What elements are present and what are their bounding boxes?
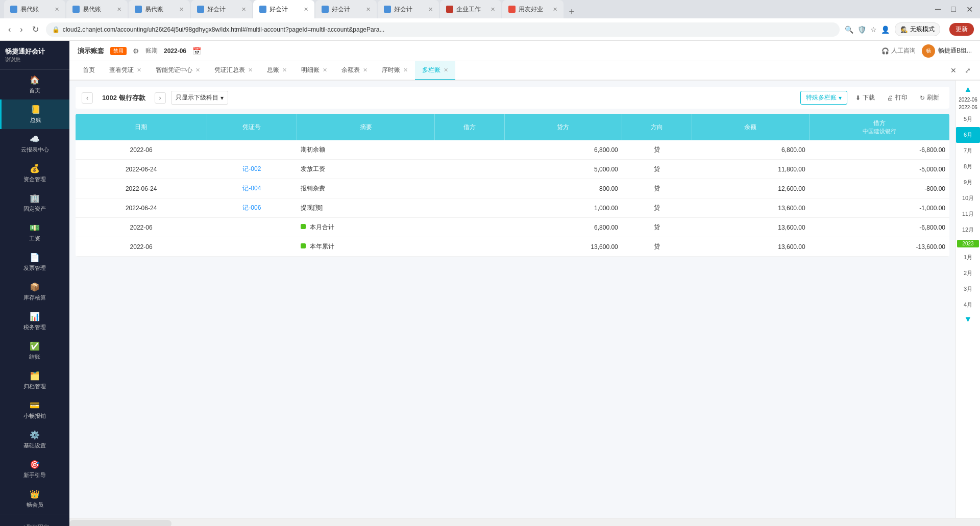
cal-month-8[interactable]: 8月 bbox=[956, 159, 980, 174]
tab-voucher-summary[interactable]: 凭证汇总表 ✕ bbox=[207, 61, 260, 80]
sidebar-item-settings[interactable]: ⚙️ 基础设置 bbox=[0, 425, 69, 455]
tab-close-4[interactable]: ✕ bbox=[241, 6, 246, 13]
user-info[interactable]: 畅 畅捷通B组... bbox=[922, 44, 972, 58]
back-button[interactable]: ‹ bbox=[6, 23, 13, 36]
browser-tab-3[interactable]: 易代账 ✕ bbox=[129, 0, 190, 18]
sidebar-item-close-account[interactable]: ✅ 结账 bbox=[0, 336, 69, 366]
calendar-icon[interactable]: 📅 bbox=[192, 47, 201, 55]
tab-view-voucher[interactable]: 查看凭证 ✕ bbox=[102, 61, 149, 80]
next-account-button[interactable]: › bbox=[155, 92, 166, 104]
tab-close-multi[interactable]: ✕ bbox=[444, 67, 448, 73]
tab-close-balance[interactable]: ✕ bbox=[363, 67, 368, 73]
minimize-button[interactable]: ─ bbox=[932, 5, 944, 14]
tab-close-detail[interactable]: ✕ bbox=[323, 67, 327, 73]
cal-month-11[interactable]: 11月 bbox=[956, 206, 980, 222]
cell-voucher-2[interactable]: 记-002 bbox=[207, 160, 297, 179]
tab-close-2[interactable]: ✕ bbox=[117, 6, 121, 13]
browser-tab-6[interactable]: 好会计 ✕ bbox=[315, 0, 377, 18]
tab-collapse-button[interactable]: ✕ bbox=[947, 66, 960, 74]
print-button[interactable]: 🖨 打印 bbox=[883, 91, 912, 104]
tab-general-ledger[interactable]: 总账 ✕ bbox=[260, 61, 294, 80]
cal-month-7[interactable]: 7月 bbox=[956, 143, 980, 159]
extension-icon[interactable]: 🛡️ bbox=[857, 26, 866, 34]
refresh-nav-button[interactable]: ↻ bbox=[30, 22, 41, 36]
tab-detail-ledger[interactable]: 明细账 ✕ bbox=[294, 61, 334, 80]
tab-close-sequential[interactable]: ✕ bbox=[403, 67, 408, 73]
cal-month-5[interactable]: 5月 bbox=[956, 111, 980, 127]
gear-settings-icon[interactable]: ⚙ bbox=[133, 47, 139, 55]
sidebar-item-fund[interactable]: 💰 资金管理 bbox=[0, 159, 69, 188]
sidebar-item-guide[interactable]: 🎯 新手引导 bbox=[0, 455, 69, 484]
tab-close-1[interactable]: ✕ bbox=[55, 6, 59, 13]
consult-button[interactable]: 🎧 人工咨询 bbox=[881, 46, 916, 55]
sidebar-item-expense[interactable]: 💳 小畅报销 bbox=[0, 395, 69, 425]
horizontal-scrollbar-area[interactable] bbox=[69, 518, 980, 526]
tab-smart-voucher[interactable]: 智能凭证中心 ✕ bbox=[149, 61, 207, 80]
browser-tab-8[interactable]: 企业工作 ✕ bbox=[440, 0, 501, 18]
sidebar-item-cloud-report[interactable]: ☁️ 云报表中心 bbox=[0, 129, 69, 159]
search-icon[interactable]: 🔍 bbox=[845, 26, 853, 34]
sidebar-item-member[interactable]: 👑 畅会员 bbox=[0, 484, 69, 514]
tab-sequential[interactable]: 序时账 ✕ bbox=[375, 61, 415, 80]
cal-month-12[interactable]: 12月 bbox=[956, 222, 980, 238]
browser-tab-1[interactable]: 易代账 ✕ bbox=[4, 0, 65, 18]
tab-expand-button[interactable]: ⤢ bbox=[962, 66, 974, 74]
sidebar-item-ledger[interactable]: 📒 总账 bbox=[0, 99, 69, 129]
sidebar-item-invoice[interactable]: 📄 发票管理 bbox=[0, 247, 69, 277]
tab-home[interactable]: 首页 bbox=[76, 61, 102, 80]
browser-tab-5[interactable]: 好会计 ✕ bbox=[253, 0, 314, 18]
bookmark-icon[interactable]: ☆ bbox=[870, 26, 877, 34]
browser-tab-2[interactable]: 易代账 ✕ bbox=[66, 0, 128, 18]
forward-button[interactable]: › bbox=[18, 23, 24, 36]
tab-close-view-voucher[interactable]: ✕ bbox=[137, 67, 141, 73]
app-layout: 畅捷通好会计 谢谢您 🏠 首页 📒 总账 ☁️ 云报表中心 💰 资金管理 🏢 固… bbox=[0, 41, 980, 526]
refresh-button[interactable]: ↻ 刷新 bbox=[916, 91, 943, 104]
cal-2023-month-3[interactable]: 3月 bbox=[956, 281, 980, 297]
sidebar-item-home[interactable]: 🏠 首页 bbox=[0, 70, 69, 99]
cal-month-6[interactable]: 6月 bbox=[956, 127, 980, 143]
browser-tab-7[interactable]: 好会计 ✕ bbox=[378, 0, 439, 18]
new-tab-button[interactable]: ＋ bbox=[565, 4, 579, 18]
special-multi-column-button[interactable]: 特殊多栏账 ▾ bbox=[800, 91, 847, 105]
tab-close-general[interactable]: ✕ bbox=[282, 67, 287, 73]
tab-close-5[interactable]: ✕ bbox=[304, 6, 308, 13]
maximize-button[interactable]: □ bbox=[948, 5, 959, 14]
cal-2023-month-4[interactable]: 4月 bbox=[956, 297, 980, 313]
tab-close-9[interactable]: ✕ bbox=[553, 6, 557, 13]
cal-2023-month-2[interactable]: 2月 bbox=[956, 265, 980, 281]
tab-close-3[interactable]: ✕ bbox=[179, 6, 184, 13]
download-button[interactable]: ⬇ 下载 bbox=[851, 91, 879, 104]
cell-voucher-4[interactable]: 记-006 bbox=[207, 198, 297, 218]
tab-close-voucher-summary[interactable]: ✕ bbox=[248, 67, 253, 73]
cell-voucher-3[interactable]: 记-004 bbox=[207, 179, 297, 198]
close-window-button[interactable]: ✕ bbox=[963, 5, 976, 14]
sidebar-item-inventory[interactable]: 📦 库存核算 bbox=[0, 277, 69, 307]
tab-close-8[interactable]: ✕ bbox=[491, 6, 495, 13]
cal-nav-down[interactable]: ▼ bbox=[962, 313, 974, 326]
browser-tab-9[interactable]: 用友好业 ✕ bbox=[502, 0, 564, 18]
cal-2023-month-1[interactable]: 1月 bbox=[956, 249, 980, 265]
address-bar[interactable]: 🔒 cloud2.chanjet.com/accounting/uh26t264… bbox=[46, 22, 840, 37]
sidebar-item-fixed-asset[interactable]: 🏢 固定资产 bbox=[0, 188, 69, 218]
sidebar-item-tax[interactable]: 📊 税务管理 bbox=[0, 307, 69, 336]
tab-close-smart-voucher[interactable]: ✕ bbox=[195, 67, 200, 73]
tab-balance[interactable]: 余额表 ✕ bbox=[334, 61, 375, 80]
profile-icon[interactable]: 👤 bbox=[881, 26, 890, 34]
account-badge[interactable]: 禁用 bbox=[110, 47, 127, 55]
browser-tab-4[interactable]: 好会计 ✕ bbox=[191, 0, 252, 18]
filter-dropdown[interactable]: 只显示下级科目 ▾ bbox=[171, 91, 228, 105]
tab-close-7[interactable]: ✕ bbox=[428, 6, 433, 13]
cal-nav-up[interactable]: ▲ bbox=[962, 83, 974, 96]
sidebar-item-archive[interactable]: 🗂️ 归档管理 bbox=[0, 366, 69, 395]
cal-month-9[interactable]: 9月 bbox=[956, 174, 980, 190]
cal-month-10[interactable]: 10月 bbox=[956, 190, 980, 206]
update-button[interactable]: 更新 bbox=[949, 23, 974, 36]
prev-account-button[interactable]: ‹ bbox=[82, 92, 93, 104]
tab-multi-column[interactable]: 多栏账 ✕ bbox=[415, 61, 455, 80]
tab-close-6[interactable]: ✕ bbox=[366, 6, 371, 13]
sidebar-item-salary[interactable]: 💵 工资 bbox=[0, 218, 69, 247]
wuhen-mode-button[interactable]: 🕵️ 无痕模式 bbox=[895, 22, 940, 36]
cancel-fixed-button[interactable]: ◀ 取消固定 bbox=[0, 519, 69, 526]
cal-year-2023[interactable]: 2023 bbox=[957, 240, 978, 247]
horizontal-scrollbar[interactable] bbox=[69, 520, 172, 526]
